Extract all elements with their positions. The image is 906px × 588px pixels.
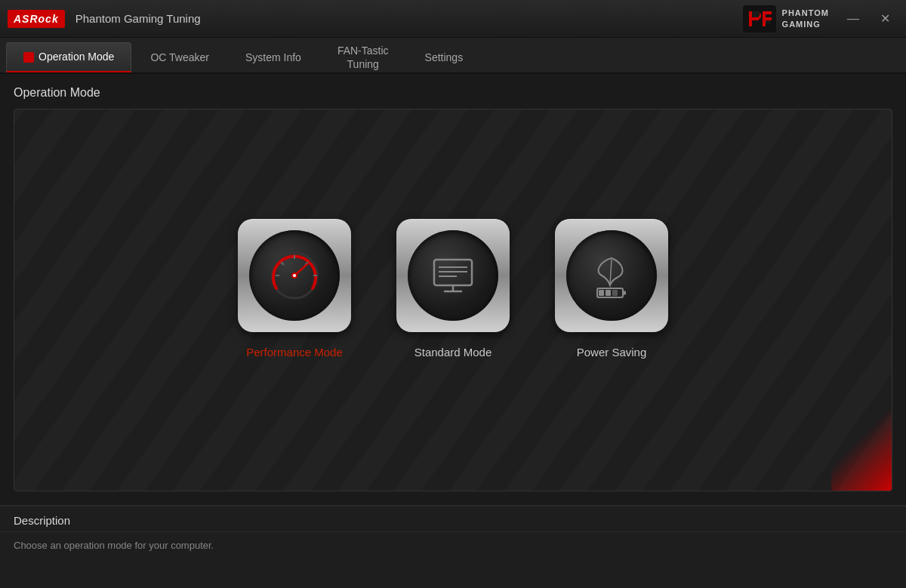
tab-fan-tastic[interactable]: FAN-Tastic Tuning <box>320 42 406 72</box>
power-saving-icon-inner <box>566 230 657 321</box>
power-saving-label: Power Saving <box>577 346 647 359</box>
section-title: Operation Mode <box>14 86 892 100</box>
power-saving-icon <box>585 249 638 302</box>
svg-point-9 <box>293 274 296 277</box>
performance-mode-label: Performance Mode <box>246 346 343 359</box>
description-bar: Description Choose an operation mode for… <box>0 505 906 588</box>
description-text: Choose an operation mode for your comput… <box>0 532 906 559</box>
tab-bar: Operation Mode OC Tweaker System Info FA… <box>0 38 906 74</box>
performance-mode-icon-inner <box>249 230 340 321</box>
close-button[interactable]: ✕ <box>871 8 898 30</box>
pg-text: PHANTOM GAMING <box>782 8 829 29</box>
standard-mode-label: Standard Mode <box>414 346 492 359</box>
tab-oc-tweaker[interactable]: OC Tweaker <box>133 42 226 72</box>
speedometer-icon <box>268 249 321 302</box>
title-bar-left: ASRock Phantom Gaming Tuning <box>8 10 201 28</box>
title-bar-right: PHANTOM GAMING — ✕ <box>743 5 898 32</box>
main-content: Operation Mode <box>0 74 906 505</box>
phantom-gaming-icon <box>743 5 776 32</box>
asrock-logo: ASRock <box>8 10 65 28</box>
svg-rect-18 <box>623 291 626 295</box>
svg-rect-20 <box>606 290 611 296</box>
power-saving-icon-wrapper <box>555 219 668 332</box>
modes-container: Performance Mode <box>238 219 668 381</box>
svg-rect-21 <box>612 290 618 296</box>
tab-settings[interactable]: Settings <box>408 42 481 72</box>
mode-item-standard[interactable]: Standard Mode <box>396 219 510 359</box>
standard-mode-icon-inner <box>408 230 498 321</box>
svg-line-16 <box>610 260 612 284</box>
tab-operation-mode-icon <box>23 52 34 63</box>
mode-item-power-saving[interactable]: Power Saving <box>555 219 668 359</box>
monitor-icon <box>427 249 479 302</box>
minimize-button[interactable]: — <box>840 8 867 30</box>
performance-mode-icon-wrapper <box>238 219 351 332</box>
standard-mode-icon-wrapper <box>396 219 510 332</box>
app-title: Phantom Gaming Tuning <box>76 12 201 25</box>
phantom-gaming-logo: PHANTOM GAMING <box>743 5 829 32</box>
description-title: Description <box>0 506 906 532</box>
svg-line-5 <box>281 262 284 265</box>
tab-system-info[interactable]: System Info <box>228 42 319 72</box>
svg-rect-19 <box>599 290 604 296</box>
title-bar: ASRock Phantom Gaming Tuning PHANTOM GAM… <box>0 0 906 38</box>
mode-item-performance[interactable]: Performance Mode <box>238 219 351 359</box>
tab-operation-mode[interactable]: Operation Mode <box>6 42 131 72</box>
mode-panel: Performance Mode <box>14 109 892 491</box>
